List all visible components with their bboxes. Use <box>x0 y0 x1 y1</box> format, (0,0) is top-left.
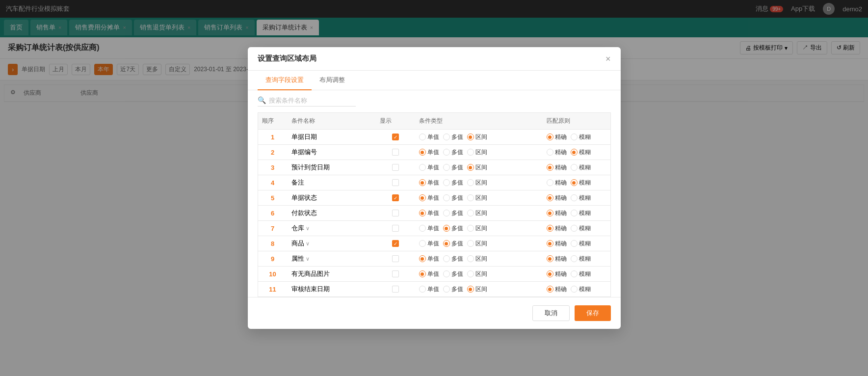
radio-principle-0[interactable]: 精确 <box>547 240 567 248</box>
radio-circle-icon <box>419 194 426 201</box>
radio-circle-icon <box>571 286 578 293</box>
radio-principle-1[interactable]: 模糊 <box>571 163 591 172</box>
cell-type: 单值多值区间 <box>415 240 543 248</box>
radio-type-1[interactable]: 多值 <box>443 270 463 278</box>
radio-type-1[interactable]: 多值 <box>443 209 463 217</box>
cell-show <box>376 149 415 156</box>
col-name: 条件名称 <box>288 117 376 125</box>
cell-show <box>376 194 415 201</box>
tab-layout-adjust[interactable]: 布局调整 <box>312 71 353 90</box>
cell-order: 3 <box>258 164 288 171</box>
cell-name: 单据编号 <box>288 148 376 157</box>
show-checkbox[interactable] <box>392 134 399 140</box>
radio-type-2[interactable]: 区间 <box>467 255 487 263</box>
dialog-close-button[interactable]: × <box>605 54 611 63</box>
radio-type-1[interactable]: 多值 <box>443 285 463 294</box>
radio-type-2[interactable]: 区间 <box>467 148 487 157</box>
radio-type-0[interactable]: 单值 <box>419 163 439 172</box>
cell-type: 单值多值区间 <box>415 209 543 217</box>
radio-principle-1[interactable]: 模糊 <box>571 285 591 294</box>
radio-circle-icon <box>443 270 450 277</box>
radio-type-1[interactable]: 多值 <box>443 224 463 233</box>
radio-type-1[interactable]: 多值 <box>443 194 463 202</box>
radio-type-2[interactable]: 区间 <box>467 240 487 248</box>
radio-principle-1[interactable]: 模糊 <box>571 148 591 157</box>
cell-show <box>376 179 415 186</box>
radio-principle-1[interactable]: 模糊 <box>571 240 591 248</box>
radio-type-0[interactable]: 单值 <box>419 179 439 187</box>
search-icon: 🔍 <box>258 96 266 104</box>
radio-type-1[interactable]: 多值 <box>443 240 463 248</box>
radio-type-2[interactable]: 区间 <box>467 224 487 233</box>
show-checkbox[interactable] <box>392 240 399 247</box>
radio-type-0[interactable]: 单值 <box>419 240 439 248</box>
radio-principle-1[interactable]: 模糊 <box>571 209 591 217</box>
radio-type-0[interactable]: 单值 <box>419 224 439 233</box>
show-checkbox[interactable] <box>392 149 399 156</box>
radio-principle-1[interactable]: 模糊 <box>571 224 591 233</box>
radio-principle-0[interactable]: 精确 <box>547 133 567 141</box>
radio-circle-icon <box>571 164 578 171</box>
radio-type-1[interactable]: 多值 <box>443 148 463 157</box>
search-input[interactable] <box>269 97 347 104</box>
radio-type-2[interactable]: 区间 <box>467 209 487 217</box>
show-checkbox[interactable] <box>392 286 399 293</box>
radio-type-1[interactable]: 多值 <box>443 163 463 172</box>
cell-type: 单值多值区间 <box>415 270 543 278</box>
radio-principle-0[interactable]: 精确 <box>547 255 567 263</box>
show-checkbox[interactable] <box>392 164 399 171</box>
radio-principle-0[interactable]: 精确 <box>547 270 567 278</box>
radio-circle-icon <box>419 179 426 186</box>
radio-type-1[interactable]: 多值 <box>443 255 463 263</box>
radio-type-2[interactable]: 区间 <box>467 285 487 294</box>
show-checkbox[interactable] <box>392 225 399 232</box>
cancel-button[interactable]: 取消 <box>532 305 570 321</box>
radio-principle-0[interactable]: 精确 <box>547 209 567 217</box>
expand-arrow-icon: ∨ <box>306 241 310 246</box>
cell-order: 5 <box>258 194 288 202</box>
radio-type-0[interactable]: 单值 <box>419 270 439 278</box>
radio-principle-1[interactable]: 模糊 <box>571 194 591 202</box>
show-checkbox[interactable] <box>392 255 399 262</box>
show-checkbox[interactable] <box>392 194 399 201</box>
radio-principle-0[interactable]: 精确 <box>547 224 567 233</box>
radio-principle-0[interactable]: 精确 <box>547 148 567 157</box>
radio-type-2[interactable]: 区间 <box>467 194 487 202</box>
cell-show <box>376 255 415 262</box>
radio-type-2[interactable]: 区间 <box>467 179 487 187</box>
radio-type-0[interactable]: 单值 <box>419 255 439 263</box>
radio-principle-1[interactable]: 模糊 <box>571 255 591 263</box>
radio-circle-icon <box>467 179 474 186</box>
cell-order: 1 <box>258 134 288 141</box>
radio-type-1[interactable]: 多值 <box>443 133 463 141</box>
settings-dialog: 设置查询区域布局 × 查询字段设置 布局调整 🔍 顺序 条件名称 <box>248 47 621 329</box>
tab-query-fields[interactable]: 查询字段设置 <box>258 71 312 90</box>
cell-type: 单值多值区间 <box>415 179 543 187</box>
radio-principle-1[interactable]: 模糊 <box>571 133 591 141</box>
radio-type-0[interactable]: 单值 <box>419 194 439 202</box>
radio-principle-1[interactable]: 模糊 <box>571 270 591 278</box>
cell-name: 预计到货日期 <box>288 163 376 172</box>
radio-principle-0[interactable]: 精确 <box>547 285 567 294</box>
radio-type-2[interactable]: 区间 <box>467 163 487 172</box>
radio-principle-0[interactable]: 精确 <box>547 179 567 187</box>
dialog-footer: 取消 保存 <box>248 297 621 329</box>
radio-type-1[interactable]: 多值 <box>443 179 463 187</box>
radio-principle-1[interactable]: 模糊 <box>571 179 591 187</box>
radio-type-0[interactable]: 单值 <box>419 148 439 157</box>
dialog-search-area: 🔍 <box>248 90 621 112</box>
radio-circle-icon <box>419 164 426 171</box>
radio-type-2[interactable]: 区间 <box>467 133 487 141</box>
radio-principle-0[interactable]: 精确 <box>547 163 567 172</box>
radio-type-2[interactable]: 区间 <box>467 270 487 278</box>
radio-type-0[interactable]: 单值 <box>419 209 439 217</box>
save-button[interactable]: 保存 <box>575 305 611 321</box>
radio-type-0[interactable]: 单值 <box>419 133 439 141</box>
table-row: 4备注单值多值区间精确模糊 <box>258 175 611 190</box>
radio-circle-icon <box>419 270 426 277</box>
show-checkbox[interactable] <box>392 179 399 186</box>
show-checkbox[interactable] <box>392 210 399 216</box>
show-checkbox[interactable] <box>392 270 399 277</box>
radio-principle-0[interactable]: 精确 <box>547 194 567 202</box>
radio-type-0[interactable]: 单值 <box>419 285 439 294</box>
